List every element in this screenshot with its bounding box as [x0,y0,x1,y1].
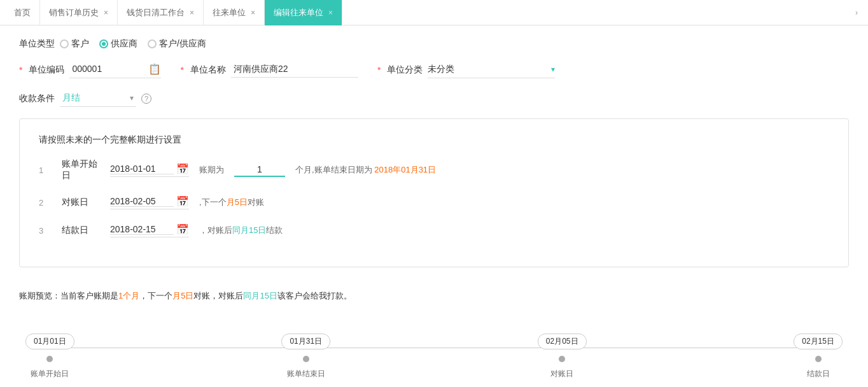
tab-sales-history-label: 销售订单历史 [49,7,99,18]
timeline-point-1: 01月01日 账单开始日 [25,334,74,379]
unit-type-row: 单位类型 客户 供应商 客户/供应商 [19,38,849,50]
unit-category-value: 未分类 [428,64,549,75]
payment-terms-help-icon[interactable]: ? [141,94,151,104]
preview-prefix: 账期预览：当前客户账期是 [19,291,118,300]
payment-terms-group: 收款条件 月结 ▾ ? [19,90,151,107]
timeline-label-1: 账单开始日 [31,369,69,379]
period-num-1: 1 [39,165,52,175]
preview-highlight1: 1个月 [118,291,139,300]
period-row-2: 2 对账日 📅 ,下一个月5日对账 [39,195,829,209]
payment-terms-arrow: ▾ [130,94,134,102]
tab-home-label: 首页 [14,7,31,18]
period-months-input[interactable] [234,163,285,177]
radio-both[interactable]: 客户/供应商 [148,38,206,50]
payment-terms-select[interactable]: 月结 ▾ [60,90,136,107]
timeline-badge-1: 01月01日 [25,334,74,349]
period-unit-1: 个月,账单结束日期为 2018年01月31日 [295,164,436,176]
period-box: 请按照未来的一个完整帐期进行设置 1 账单开始日 📅 账期为 个月,账单结束日期… [19,118,849,267]
timeline-point-3: 02月05日 对账日 [538,334,587,379]
tab-home[interactable]: 首页 [5,0,40,25]
period-desc-3: ，对账后同月15日结款 [199,225,283,236]
period-desc-3-prefix: ，对账后 [199,225,232,235]
timeline-dot-1 [46,356,53,362]
period-date-3-input[interactable] [110,224,174,235]
radio-both-circle [148,39,157,48]
tab-sales-history[interactable]: 销售订单历史 × [40,0,118,25]
radio-supplier-label: 供应商 [111,38,137,50]
period-end-date-highlight: 2018年01月31日 [374,165,436,174]
radio-customer-circle [60,39,69,48]
tab-partner-close[interactable]: × [251,8,255,17]
unit-code-copy-icon[interactable]: 📋 [148,63,161,75]
unit-info-row: * 单位编码 📋 * 单位名称 * 单位分类 未分类 ▾ [19,61,849,78]
unit-category-group: * 单位分类 未分类 ▾ [377,61,555,78]
tabs-next-arrow[interactable]: › [850,8,863,17]
period-field-label-3: 结款日 [62,225,100,236]
period-date-1-calendar-icon[interactable]: 📅 [176,163,189,175]
radio-both-label: 客户/供应商 [159,38,206,50]
timeline-point-4: 02月15日 结款日 [794,334,843,379]
period-num-3: 3 [39,226,52,236]
period-date-2-wrapper: 📅 [110,195,189,209]
preview-highlight2: 月5日 [172,291,193,300]
tabs-bar: 首页 销售订单历史 × 钱货日清工作台 × 往来单位 × 编辑往来单位 × › [0,0,868,25]
tab-partner-label: 往来单位 [213,7,246,18]
period-field-label-1: 账单开始日 [62,158,100,181]
period-desc-2-highlight: 月5日 [227,197,248,207]
period-label-1: 账期为 [199,164,224,176]
radio-supplier-circle [99,39,108,48]
period-date-2-calendar-icon[interactable]: 📅 [176,195,189,208]
period-desc-3-highlight: 同月15日 [232,225,266,235]
unit-code-group: * 单位编码 📋 [19,61,161,78]
period-row-1: 1 账单开始日 📅 账期为 个月,账单结束日期为 2018年01月31日 [39,158,829,181]
period-title: 请按照未来的一个完整帐期进行设置 [39,134,829,146]
tab-partner[interactable]: 往来单位 × [204,0,265,25]
period-desc-3-suffix: 结款 [266,225,283,235]
period-date-3-wrapper: 📅 [110,223,189,237]
unit-category-arrow: ▾ [551,65,555,74]
unit-name-input[interactable] [231,62,358,78]
unit-code-input-wrapper: 📋 [69,61,161,78]
period-desc-2: ,下一个月5日对账 [199,197,264,208]
unit-category-star: * [377,65,381,75]
timeline-dot-3 [559,356,565,362]
radio-customer-label: 客户 [71,38,89,50]
period-num-2: 2 [39,198,52,208]
timeline-dot-2 [303,356,309,362]
timeline-container: 01月01日 账单开始日 01月31日 账单结束日 02月05日 对账日 [19,314,849,386]
period-date-2-input[interactable] [110,196,174,207]
period-desc-2-suffix: 对账 [248,197,264,207]
preview-middle2: 对账，对账后 [193,291,243,300]
unit-code-input[interactable] [69,61,146,76]
tab-cash-work-label: 钱货日清工作台 [127,7,185,18]
timeline-badge-4: 02月15日 [794,334,843,349]
tab-sales-history-close[interactable]: × [104,8,108,17]
tab-cash-work[interactable]: 钱货日清工作台 × [118,0,204,25]
timeline-dot-4 [815,356,822,362]
tab-edit-partner-close[interactable]: × [328,8,333,17]
period-field-label-2: 对账日 [62,197,100,208]
tab-edit-partner-label: 编辑往来单位 [274,7,323,18]
timeline-label-3: 对账日 [550,369,573,379]
timeline-label-4: 结款日 [807,369,830,379]
radio-supplier[interactable]: 供应商 [99,38,137,50]
tab-edit-partner[interactable]: 编辑往来单位 × [265,0,342,25]
unit-code-label: 单位编码 [29,64,64,76]
tab-cash-work-close[interactable]: × [190,8,194,17]
period-unit-text: 个月,账单结束日期为 [295,165,372,174]
period-desc-2-prefix: ,下一个 [199,197,227,207]
radio-group-unit-type: 客户 供应商 客户/供应商 [60,38,206,50]
unit-code-star: * [19,65,22,75]
period-row-3: 3 结款日 📅 ，对账后同月15日结款 [39,223,829,237]
payment-terms-row: 收款条件 月结 ▾ ? [19,90,849,107]
radio-customer[interactable]: 客户 [60,38,89,50]
unit-name-star: * [180,65,183,75]
timeline-badge-2: 01月31日 [281,334,330,349]
preview-middle1: ，下一个 [139,291,172,300]
unit-name-group: * 单位名称 [180,62,358,78]
period-date-1-input[interactable] [110,164,174,174]
period-date-3-calendar-icon[interactable]: 📅 [176,223,189,236]
timeline-point-2: 01月31日 账单结束日 [281,334,330,379]
unit-category-dropdown[interactable]: 未分类 ▾ [428,61,555,78]
preview-text: 账期预览：当前客户账期是1个月，下一个月5日对账，对账后同月15日该客户会给我打… [19,290,849,302]
